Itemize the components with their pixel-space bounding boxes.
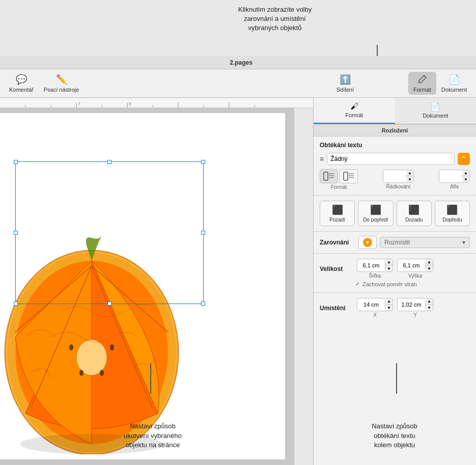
toolbar-format[interactable]: Formát bbox=[408, 72, 436, 95]
toolbar-psaci-nastroje[interactable]: ✏️ Psací nástroje bbox=[39, 72, 85, 95]
dokument-tab-text: Dokument bbox=[423, 113, 448, 119]
alfa-control-group: ▲ ▼ Alfa bbox=[439, 170, 470, 189]
width-up[interactable]: ▲ bbox=[385, 259, 393, 265]
svg-point-23 bbox=[79, 370, 83, 376]
width-down[interactable]: ▼ bbox=[385, 265, 393, 271]
annotation-line-left bbox=[150, 363, 151, 394]
dokument-tab-icon: 📄 bbox=[430, 102, 440, 112]
distribute-label: Rozmístit bbox=[384, 239, 410, 246]
wrap-btn-1[interactable] bbox=[320, 169, 338, 183]
btn-pozadi[interactable]: ⬛ Pozadí bbox=[320, 201, 355, 226]
do-popredi-label: Do popředí bbox=[363, 217, 388, 223]
komentare-icon: 💬 bbox=[16, 74, 27, 85]
svg-rect-31 bbox=[344, 172, 348, 180]
svg-point-24 bbox=[100, 370, 104, 376]
text-wrap-icon: ≡ bbox=[320, 155, 324, 163]
pos-section: Umístění 14 cm ▲ ▼ X 1,02 cm ▲ ▼ bbox=[314, 293, 476, 323]
annotation-line3: vybraných objektů bbox=[248, 24, 302, 32]
y-stepper[interactable]: 1,02 cm ▲ ▼ bbox=[397, 298, 433, 311]
sdileni-icon: ⬆️ bbox=[340, 74, 351, 85]
text-wrap-dropdown[interactable]: Žádný bbox=[327, 153, 455, 165]
format-control-group: Formát bbox=[320, 169, 358, 190]
dopred-label: Dopředu bbox=[442, 217, 462, 223]
orange-image bbox=[0, 159, 204, 454]
format-tab-text: Formát bbox=[345, 112, 363, 118]
komentare-label: Komentář bbox=[9, 87, 34, 93]
layer-buttons: ⬛ Pozadí ⬛ Do popředí ⬛ Dozadu ⬛ Dopředu bbox=[320, 201, 470, 226]
alfa-value bbox=[439, 175, 462, 177]
annotation-bottom-right: Nastaví způsob obtékání textu kolem obje… bbox=[344, 422, 445, 450]
x-down[interactable]: ▼ bbox=[385, 305, 393, 311]
btn-do-popredi[interactable]: ⬛ Do popředí bbox=[358, 201, 393, 226]
toolbar-dokument[interactable]: 📄 Dokument bbox=[436, 72, 472, 95]
alfa-ctrl-label: Alfa bbox=[450, 184, 459, 189]
alfa-up[interactable]: ▲ bbox=[462, 170, 469, 176]
radkovani-up[interactable]: ▲ bbox=[406, 170, 413, 176]
svg-text:7: 7 bbox=[78, 101, 80, 106]
svg-point-22 bbox=[110, 344, 114, 350]
height-down[interactable]: ▼ bbox=[426, 265, 433, 271]
y-up[interactable]: ▲ bbox=[426, 298, 433, 305]
height-arrows: ▲ ▼ bbox=[426, 259, 433, 271]
x-value: 14 cm bbox=[357, 300, 385, 309]
align-dropdown[interactable]: ▼ bbox=[358, 236, 377, 249]
btn-dopred[interactable]: ⬛ Dopředu bbox=[435, 201, 470, 226]
sdileni-label: Sdílení bbox=[337, 87, 354, 93]
y-value: 1,02 cm bbox=[398, 300, 426, 309]
wrap-btn-2[interactable] bbox=[340, 169, 358, 183]
pozadi-icon: ⬛ bbox=[332, 204, 343, 215]
x-stepper[interactable]: 14 cm ▲ ▼ bbox=[357, 298, 393, 311]
height-up[interactable]: ▲ bbox=[426, 259, 433, 265]
titlebar: 2.pages bbox=[0, 56, 476, 69]
format-ctrl-label: Formát bbox=[331, 184, 347, 190]
alfa-stepper[interactable]: ▲ ▼ bbox=[439, 170, 470, 183]
panel-tabs: 🖌 Formát 📄 Dokument bbox=[314, 98, 476, 124]
text-wrap-value: Žádný bbox=[330, 155, 347, 162]
size-label: Velikost bbox=[320, 265, 353, 272]
text-wrap-stepper[interactable]: ⌃ bbox=[458, 153, 470, 165]
radkovani-value bbox=[383, 175, 406, 177]
x-group: 14 cm ▲ ▼ X bbox=[357, 298, 393, 318]
format-icon bbox=[416, 74, 428, 85]
svg-point-21 bbox=[69, 344, 73, 350]
align-dropdown-icon: ▼ bbox=[363, 238, 372, 247]
format-tab-icon: 🖌 bbox=[350, 102, 358, 111]
annotation-line2: zarovnání a umístění bbox=[244, 15, 305, 22]
right-panel: 🖌 Formát 📄 Dokument Rozložení Obtékání t… bbox=[313, 98, 476, 465]
dokument-icon: 📄 bbox=[449, 74, 460, 85]
y-label: Y bbox=[413, 312, 417, 318]
tab-dokument[interactable]: 📄 Dokument bbox=[395, 98, 477, 124]
format-tab-label: Formát bbox=[413, 87, 431, 93]
toolbar-komentare[interactable]: 💬 Komentář bbox=[4, 72, 39, 95]
aspect-ratio-checkmark: ✓ bbox=[355, 281, 360, 287]
distribute-dropdown[interactable]: Rozmístit ▾ bbox=[380, 237, 470, 248]
do-popredi-icon: ⬛ bbox=[370, 204, 381, 215]
width-stepper[interactable]: 6,1 cm ▲ ▼ bbox=[357, 259, 393, 272]
svg-rect-27 bbox=[324, 172, 328, 180]
toolbar-sdileni[interactable]: ⬆️ Sdílení bbox=[331, 72, 359, 95]
page-canvas bbox=[0, 113, 285, 459]
height-stepper[interactable]: 6,1 cm ▲ ▼ bbox=[397, 259, 433, 272]
text-wrap-select-row: ≡ Žádný ⌃ bbox=[320, 153, 470, 165]
radkovani-stepper[interactable]: ▲ ▼ bbox=[383, 170, 414, 183]
aspect-ratio-label: Zachovat poměr stran bbox=[362, 281, 417, 287]
toolbar: 💬 Komentář ✏️ Psací nástroje ⬆️ Sdílení … bbox=[0, 69, 476, 98]
wrap-controls-row: Formát ▲ ▼ Řádkování ▲ ▼ bbox=[320, 169, 470, 190]
size-row: Velikost 6,1 cm ▲ ▼ Šířka 6,1 cm ▲ ▼ bbox=[320, 259, 470, 279]
btn-dozadu[interactable]: ⬛ Dozadu bbox=[397, 201, 432, 226]
x-arrows: ▲ ▼ bbox=[385, 298, 393, 311]
x-up[interactable]: ▲ bbox=[385, 298, 393, 305]
dokument-label: Dokument bbox=[441, 87, 467, 93]
x-label: X bbox=[373, 312, 377, 318]
svg-text:8: 8 bbox=[129, 101, 131, 106]
y-down[interactable]: ▼ bbox=[426, 305, 433, 311]
radkovani-down[interactable]: ▼ bbox=[406, 176, 413, 182]
dopred-icon: ⬛ bbox=[446, 204, 458, 215]
align-row: Zarovnání ▼ Rozmístit ▾ bbox=[320, 236, 470, 249]
alfa-arrows: ▲ ▼ bbox=[462, 170, 469, 182]
size-section: Velikost 6,1 cm ▲ ▼ Šířka 6,1 cm ▲ ▼ bbox=[314, 254, 476, 293]
annotation-line-right bbox=[396, 363, 397, 394]
aspect-ratio-row: ✓ Zachovat poměr stran bbox=[320, 281, 470, 287]
tab-format[interactable]: 🖌 Formát bbox=[314, 98, 395, 124]
alfa-down[interactable]: ▼ bbox=[462, 176, 469, 182]
